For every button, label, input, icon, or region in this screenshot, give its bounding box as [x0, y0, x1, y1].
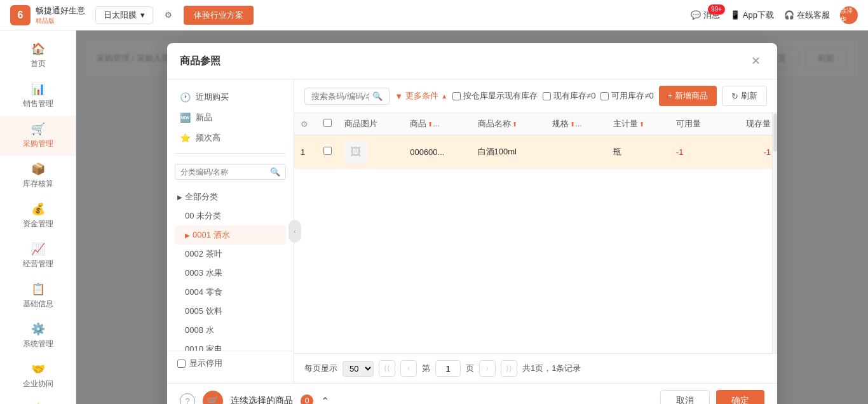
new-icon: 🆕	[180, 112, 191, 123]
logo-area: 6 畅捷通好生意 精品版	[10, 5, 85, 25]
chevron-down-icon: ▾	[140, 10, 145, 20]
purchase-icon: 🛒	[31, 122, 45, 136]
sidebar-item-sales[interactable]: 📊 销售管理	[0, 76, 76, 116]
th-name[interactable]: 商品名称⬆	[471, 113, 546, 135]
left-panel-divider	[175, 153, 286, 154]
product-image: 🖼	[344, 140, 367, 163]
tree-item-0010[interactable]: 0010 家电	[175, 340, 286, 351]
search-icon: 🔍	[270, 167, 280, 177]
scroll-bar[interactable]	[772, 113, 777, 353]
right-panel: 🔍 ▼ 更多条件 ▲ 按仓库显示现有库存	[294, 79, 777, 383]
checkbox-available[interactable]: 可用库存≠0	[600, 90, 653, 102]
add-product-button[interactable]: + 新增商品	[659, 86, 717, 106]
th-code[interactable]: 商品⬆...	[403, 113, 471, 135]
experience-button[interactable]: 体验行业方案	[184, 6, 254, 25]
refresh-button[interactable]: ↻ 刷新	[722, 86, 767, 106]
sidebar-item-guide[interactable]: 🌟 新手引导	[0, 396, 76, 404]
modal-footer: ? 🛒 连续选择的商品 0 ⌃ 取消 确定	[167, 383, 777, 404]
display-disabled-checkbox[interactable]: 显示停用	[167, 351, 294, 375]
search-input[interactable]	[311, 91, 369, 101]
td-available: -1	[670, 135, 724, 169]
filter-more-button[interactable]: ▼ 更多条件 ▲	[395, 90, 447, 102]
th-settings[interactable]: ⚙	[294, 113, 317, 135]
sort-icon-unit: ⬆	[639, 121, 644, 128]
page-first-button[interactable]: ⟨⟨	[379, 360, 395, 377]
app-download-label: App下载	[743, 10, 774, 21]
table-row[interactable]: 1 🖼 000600... 白酒100ml 瓶	[294, 135, 777, 169]
row-checkbox[interactable]	[323, 147, 332, 155]
checkbox-available-input[interactable]	[600, 92, 609, 100]
quick-recent-purchase[interactable]: 🕐 近期购买	[175, 87, 286, 107]
th-stock: 现存量	[723, 113, 777, 135]
th-available: 可用量	[670, 113, 724, 135]
page-size-select[interactable]: 50	[342, 361, 374, 377]
quick-high-frequency[interactable]: ⭐ 频次高	[175, 128, 286, 148]
top-nav: 6 畅捷通好生意 精品版 日太阳膜 ▾ ⚙ 体验行业方案 💬 消息 99+ 📱 …	[0, 0, 868, 30]
sidebar-item-inventory[interactable]: 📦 库存核算	[0, 156, 76, 196]
sidebar-item-home[interactable]: 🏠 首页	[0, 36, 76, 76]
th-checkbox	[317, 113, 338, 135]
td-checkbox[interactable]	[317, 135, 338, 169]
page-last-button[interactable]: ⟩⟩	[501, 360, 517, 377]
sidebar-item-business[interactable]: 📈 经营管理	[0, 236, 76, 276]
pagination: 每页显示 50 ⟨⟨ ‹ 第 页 › ⟩⟩ 共1页，1条记录	[294, 353, 777, 383]
checkbox-by-warehouse[interactable]: 按仓库显示现有库存	[452, 90, 538, 102]
classify-tree: ▶ 全部分类 00 未分类 ▶ 0001 酒水 0002 茶	[167, 185, 294, 351]
page-prev-button[interactable]: ‹	[400, 360, 417, 377]
quick-new-products[interactable]: 🆕 新品	[175, 107, 286, 128]
settings-button[interactable]: ⚙	[158, 5, 179, 25]
user-avatar: 徐泽华	[840, 6, 858, 24]
td-spec	[546, 135, 607, 169]
table-header-row: ⚙ 商品图片 商品⬆... 商品名称⬆	[294, 113, 777, 135]
messages-badge: 99+	[708, 4, 725, 15]
tree-item-00[interactable]: 00 未分类	[175, 206, 286, 226]
chevron-up-icon: ▲	[441, 93, 447, 100]
sort-icon-name: ⬆	[512, 121, 517, 128]
select-all-checkbox[interactable]	[323, 119, 332, 127]
sidebar-item-system[interactable]: ⚙️ 系统管理	[0, 316, 76, 356]
display-disabled-input[interactable]	[177, 360, 186, 368]
page-next-button[interactable]: ›	[479, 360, 496, 377]
tree-item-0003[interactable]: 0003 水果	[175, 264, 286, 283]
logo-icon: 6	[10, 5, 31, 25]
sidebar-item-purchase[interactable]: 🛒 采购管理	[0, 116, 76, 156]
modal-close-button[interactable]: ✕	[747, 52, 764, 70]
sort-icon-code: ⬆	[428, 121, 433, 128]
sidebar-item-info[interactable]: 📋 基础信息	[0, 276, 76, 316]
collab-icon: 🤝	[31, 362, 45, 376]
cart-icon[interactable]: 🛒	[203, 391, 223, 404]
tree-item-0001[interactable]: ▶ 0001 酒水	[175, 226, 286, 245]
td-name: 白酒100ml	[471, 135, 546, 169]
modal-title: 商品参照	[180, 55, 220, 68]
checkbox-existing-input[interactable]	[543, 92, 551, 100]
sidebar: 🏠 首页 📊 销售管理 🛒 采购管理 📦 库存核算 💰 资金管理 📈 经营管理 …	[0, 30, 76, 404]
messages-button[interactable]: 💬 消息 99+	[691, 10, 720, 21]
collapse-footer-button[interactable]: ⌃	[321, 395, 329, 405]
tree-item-0008[interactable]: 0008 水	[175, 321, 286, 340]
cancel-button[interactable]: 取消	[660, 390, 710, 404]
classify-search: 🔍	[175, 164, 286, 180]
th-unit[interactable]: 主计量⬆	[607, 113, 670, 135]
checkbox-by-warehouse-input[interactable]	[452, 92, 461, 100]
checkbox-existing[interactable]: 现有库存≠0	[543, 90, 595, 102]
td-code: 000600...	[403, 135, 471, 169]
sidebar-item-finance[interactable]: 💰 资金管理	[0, 196, 76, 236]
confirm-button[interactable]: 确定	[716, 390, 764, 404]
recent-icon: 🕐	[180, 92, 191, 102]
user-menu[interactable]: 徐泽华	[840, 6, 858, 24]
tree-item-0004[interactable]: 0004 零食	[175, 283, 286, 302]
help-button[interactable]: ?	[180, 393, 195, 404]
sidebar-item-collab[interactable]: 🤝 企业协同	[0, 356, 76, 396]
th-spec[interactable]: 规格⬆...	[546, 113, 607, 135]
tree-item-0002[interactable]: 0002 茶叶	[175, 245, 286, 264]
nav-dropdown[interactable]: 日太阳膜 ▾	[95, 6, 153, 24]
page-size-label: 每页显示	[304, 363, 337, 374]
classify-search-input[interactable]	[180, 168, 268, 177]
page-number-input[interactable]	[435, 360, 461, 377]
page-total-label: 共1页，1条记录	[522, 363, 581, 374]
app-download-button[interactable]: 📱 App下载	[730, 10, 774, 21]
refresh-icon: ↻	[731, 91, 738, 101]
online-service-button[interactable]: 🎧 在线客服	[784, 10, 830, 21]
tree-item-0005[interactable]: 0005 饮料	[175, 302, 286, 321]
tree-item-all[interactable]: ▶ 全部分类	[175, 187, 286, 206]
